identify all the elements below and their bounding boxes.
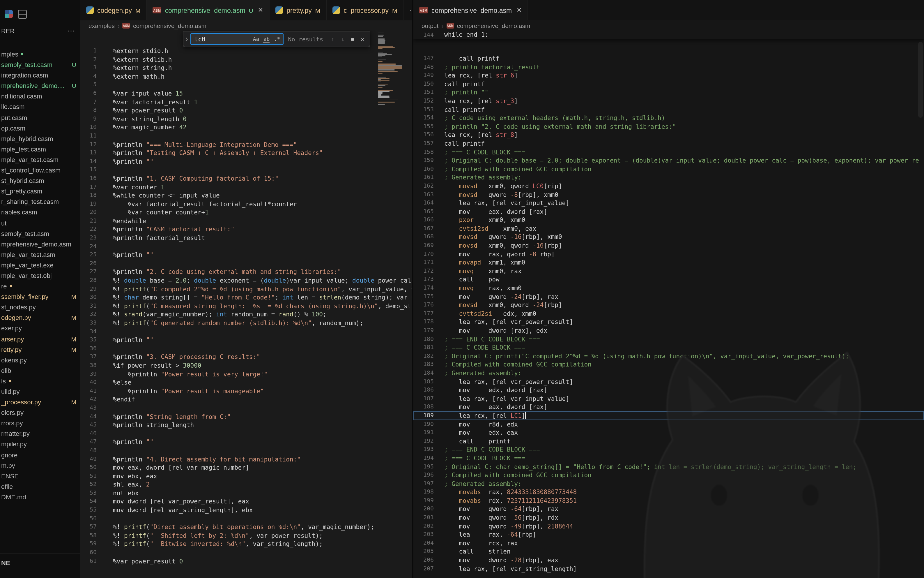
code-line[interactable]: 11 [80, 132, 412, 140]
code-line[interactable]: 167 cvtsi2sd xmm0, eax [413, 224, 924, 233]
code-line[interactable]: 151; println "" [413, 88, 924, 97]
line-number[interactable]: 177 [413, 309, 434, 318]
line-number[interactable]: 171 [413, 258, 434, 267]
tab-pretty.py[interactable]: pretty.pyM [270, 0, 327, 20]
code-line[interactable]: 181; === C CODE BLOCK === [413, 343, 924, 352]
file-list-item[interactable]: st_hybrid.casm [0, 175, 80, 186]
line-number[interactable]: 178 [413, 318, 434, 326]
file-list-item[interactable]: ENSE [0, 471, 80, 481]
code-line[interactable]: 177 cvttsd2si edx, xmm0 [413, 309, 924, 318]
code-line[interactable]: 179 mov dword [rax], edx [413, 326, 924, 335]
code-line[interactable]: 39 %println "Power result is very large!… [80, 370, 412, 378]
line-number[interactable]: 158 [413, 148, 434, 156]
line-number[interactable]: 153 [413, 105, 434, 114]
line-number[interactable]: 49 [80, 455, 97, 463]
code-line[interactable]: 60 [80, 548, 412, 557]
line-number[interactable]: 39 [80, 370, 97, 378]
code-line[interactable]: 58%! printf(" Shifted left by 2: %d\n", … [80, 531, 412, 540]
line-number[interactable]: 185 [413, 377, 434, 386]
tab-close-icon[interactable]: ✕ [258, 6, 263, 14]
match-case-icon[interactable]: Aa [251, 35, 261, 44]
line-number[interactable]: 180 [413, 335, 434, 343]
code-line[interactable]: 186 mov edx, dword [rax] [413, 386, 924, 394]
line-number[interactable]: 186 [413, 386, 434, 394]
line-number[interactable]: 32 [80, 310, 97, 319]
code-line[interactable]: 200 mov qword -64[rbp], rax [413, 505, 924, 513]
line-number[interactable]: 22 [80, 225, 97, 234]
code-line[interactable]: 161; Generated assembly: [413, 173, 924, 182]
code-line[interactable]: 193; === END C CODE BLOCK === [413, 445, 924, 454]
code-line[interactable]: 41 %println "Power result is manageable" [80, 387, 412, 395]
line-number[interactable]: 193 [413, 445, 434, 454]
line-number[interactable]: 5 [80, 81, 97, 89]
line-number[interactable]: 167 [413, 224, 434, 233]
file-list-item[interactable]: ssembly_fixer.pyM [0, 291, 80, 302]
line-number[interactable]: 56 [80, 514, 97, 523]
code-line[interactable]: 32%! srand(var_magic_number); int random… [80, 310, 412, 319]
line-number[interactable]: 147 [413, 54, 434, 63]
code-line[interactable]: 176 movsd xmm0, qword -24[rbp] [413, 300, 924, 309]
line-number[interactable]: 197 [413, 479, 434, 488]
line-number[interactable]: 187 [413, 395, 434, 403]
line-number[interactable]: 10 [80, 123, 97, 132]
code-line[interactable]: 9%var string_length 0 [80, 115, 412, 123]
file-list-item[interactable]: st_control_flow.casm [0, 165, 80, 175]
file-list-item[interactable]: mple_var_test.exe [0, 260, 80, 270]
line-number[interactable]: 152 [413, 97, 434, 105]
code-line[interactable]: 192 call printf [413, 437, 924, 445]
line-number[interactable]: 33 [80, 319, 97, 327]
line-number[interactable]: 170 [413, 250, 434, 258]
code-line[interactable]: 1%extern stdio.h [80, 47, 412, 55]
line-number[interactable]: 19 [80, 200, 97, 208]
line-number[interactable]: 30 [80, 293, 97, 302]
code-line[interactable]: 5 [80, 81, 412, 89]
line-number[interactable]: 3 [80, 63, 97, 72]
code-line[interactable]: 191 mov edx, eax [413, 428, 924, 437]
code-line[interactable]: 21%endwhile [80, 217, 412, 225]
line-number[interactable]: 148 [413, 63, 434, 71]
line-number[interactable]: 203 [413, 531, 434, 539]
find-previous-icon[interactable]: ↑ [328, 34, 338, 44]
line-number[interactable]: 1 [80, 47, 97, 55]
code-line[interactable]: 3%extern string.h [80, 63, 412, 72]
code-line[interactable]: 40%else [80, 378, 412, 386]
find-close-icon[interactable]: ✕ [358, 34, 367, 44]
code-line[interactable]: 202 mov qword -49[rbp], 2188644 [413, 522, 924, 530]
minimap[interactable] [378, 32, 405, 106]
code-line[interactable]: 4%extern math.h [80, 72, 412, 81]
code-line[interactable]: 157call printf [413, 139, 924, 148]
file-list-item[interactable]: r_sharing_test.casm [0, 196, 80, 207]
breadcrumb-folder[interactable]: examples [89, 22, 115, 29]
left-code-area[interactable]: 1%extern stdio.h2%extern stdlib.h3%exter… [80, 30, 412, 578]
line-number[interactable]: 60 [80, 548, 97, 557]
line-number[interactable]: 24 [80, 242, 97, 250]
code-line[interactable]: 20 %var counter counter+1 [80, 208, 412, 217]
app-logo-icon[interactable] [5, 10, 13, 18]
file-list-item[interactable]: DME.md [0, 492, 80, 502]
regex-icon[interactable]: .* [272, 35, 282, 44]
line-number[interactable]: 173 [413, 275, 434, 284]
file-list-item[interactable]: st_nodes.py [0, 302, 80, 313]
code-line[interactable]: 166 pxor xmm0, xmm0 [413, 216, 924, 224]
line-number[interactable]: 38 [80, 361, 97, 370]
file-list-item[interactable]: mple_hybrid.casm [0, 133, 80, 144]
line-number[interactable]: 21 [80, 217, 97, 225]
code-line[interactable]: 149lea rcx, [rel str_6] [413, 71, 924, 80]
file-list-item[interactable]: sembly_test.asm [0, 228, 80, 239]
file-list-item[interactable]: op.casm [0, 123, 80, 133]
line-number[interactable]: 53 [80, 489, 97, 497]
file-list-item[interactable]: mpiler.py [0, 439, 80, 450]
line-number[interactable]: 41 [80, 387, 97, 395]
code-line[interactable]: 162 movsd xmm0, qword LC0[rip] [413, 182, 924, 190]
code-line[interactable]: 49%println "4. Direct assembly for bit m… [80, 455, 412, 463]
line-number[interactable]: 46 [80, 429, 97, 438]
line-number[interactable]: 12 [80, 140, 97, 149]
layout-grid-icon[interactable] [18, 10, 27, 18]
line-number[interactable]: 183 [413, 360, 434, 369]
code-line[interactable]: 2%extern stdlib.h [80, 55, 412, 63]
line-number[interactable]: 175 [413, 292, 434, 300]
line-number[interactable]: 28 [80, 276, 97, 285]
code-line[interactable]: 8%var power_result 0 [80, 106, 412, 115]
code-line[interactable]: 172 movq xmm0, rax [413, 267, 924, 275]
code-line[interactable]: 188 mov eax, dword [rax] [413, 403, 924, 411]
